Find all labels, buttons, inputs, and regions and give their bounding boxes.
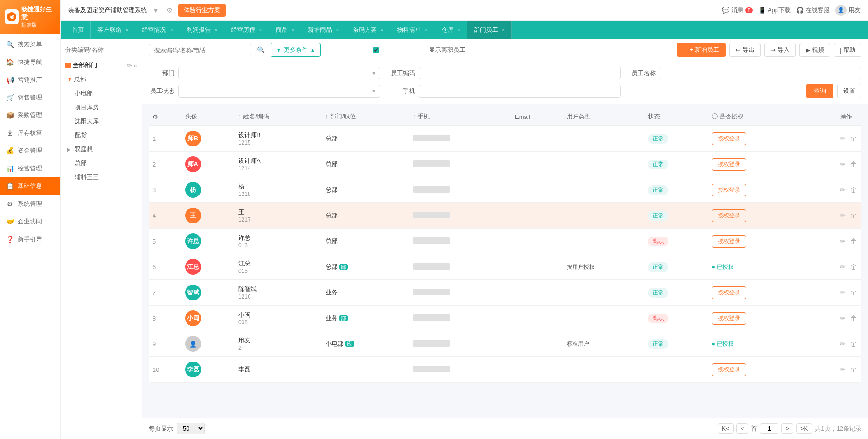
edit-icon[interactable]: ✏ [840,135,846,142]
last-page-btn[interactable]: >K [796,423,812,434]
col-dept[interactable]: ↕ 部门/职位 [322,108,409,126]
message-btn[interactable]: 💬 消息 5 [722,6,753,14]
col-settings[interactable]: ⚙ [149,108,181,126]
close-bom-tab[interactable]: × [425,27,428,33]
phone-filter-input[interactable] [419,85,621,98]
close-profit-tab[interactable]: × [215,27,217,33]
close-goods-tab[interactable]: × [292,27,294,33]
close-dept-tab[interactable]: × [502,27,505,33]
search-btn[interactable]: 🔍 [255,46,267,54]
tab-history[interactable]: 经营历程× [224,21,269,39]
sidebar-item-basic[interactable]: 📋 基础信息 [0,177,60,195]
edit-icon[interactable]: ✏ [840,186,846,194]
delete-icon[interactable]: 🗑 [850,212,857,219]
col-name[interactable]: ↕ 姓名/编码 [235,108,322,126]
sidebar-item-guide[interactable]: ❓ 新手引导 [0,230,60,248]
auth-btn[interactable]: 授权登录 [712,132,746,145]
tab-department[interactable]: 部门员工× [467,21,512,39]
edit-icon[interactable]: ✏ [840,237,846,245]
query-btn[interactable]: 查询 [806,84,833,98]
empcode-filter-input[interactable] [419,67,621,79]
first-page-btn[interactable]: K< [718,423,734,434]
edit-icon[interactable]: ✏ [840,314,846,322]
dept-item-zongbu[interactable]: ▼ 总部 [61,72,142,86]
sidebar-item-operation[interactable]: 📊 经营管理 [0,160,60,177]
sidebar-item-inventory[interactable]: 🗄 库存核算 [0,124,60,142]
delete-icon[interactable]: 🗑 [850,186,857,194]
set-btn[interactable]: 设置 [837,84,861,98]
dept-item-project[interactable]: 项目库房 [61,100,142,114]
dept-edit-btn[interactable]: ✏ [127,62,132,69]
page-size-select[interactable]: 50 100 [177,423,205,434]
close-warehouse-tab[interactable]: × [458,27,460,33]
auth-btn[interactable]: 授权登录 [712,363,746,376]
tab-profit[interactable]: 利润报告× [180,21,224,39]
edit-icon[interactable]: ✏ [840,340,846,348]
more-conditions-btn[interactable]: ▼ 更多条件 ▲ [271,43,321,57]
import-btn[interactable]: ↪ 导入 [764,43,796,57]
delete-icon[interactable]: 🗑 [850,289,857,296]
tab-bom[interactable]: 物料清单× [390,21,435,39]
next-page-btn[interactable]: > [781,423,793,434]
show-resigned-checkbox[interactable] [325,47,427,53]
dept-item-peihuo[interactable]: 配货 [61,128,142,142]
edit-icon[interactable]: ✏ [840,366,846,373]
auth-btn[interactable]: 授权登录 [712,235,746,248]
dept-item-xiaodian[interactable]: 小电部 [61,86,142,100]
dept-item-shuangting[interactable]: ▶ 双庭想 [61,142,142,156]
help-btn[interactable]: | 帮助 [834,43,861,57]
tab-customer[interactable]: 客户联络× [91,21,135,39]
sidebar-item-marketing[interactable]: 📢 营销推广 [0,71,60,89]
close-add-goods-tab[interactable]: × [336,27,339,33]
sidebar-item-shortcut[interactable]: 🏠 快捷导航 [0,53,60,71]
close-customer-tab[interactable]: × [125,27,128,33]
dept-item-zongbu2[interactable]: 总部 [61,156,142,170]
sidebar-item-system[interactable]: ⚙ 系统管理 [0,195,60,213]
dept-item-fuzhi[interactable]: 辅料王三 [61,170,142,184]
tab-home[interactable]: 首页 [65,21,91,39]
delete-icon[interactable]: 🗑 [850,263,857,271]
delete-icon[interactable]: 🗑 [850,340,857,348]
prev-page-btn[interactable]: < [736,423,749,434]
close-operation-tab[interactable]: × [170,27,173,33]
close-history-tab[interactable]: × [259,27,262,33]
auth-btn[interactable]: 授权登录 [712,209,746,222]
tab-goods[interactable]: 商品× [269,21,301,39]
delete-icon[interactable]: 🗑 [850,160,857,168]
tab-barcode[interactable]: 条码方案× [346,21,390,39]
auth-btn[interactable]: 授权登录 [712,158,746,171]
online-service-btn[interactable]: 🎧 在线客服 [796,6,830,14]
dept-filter-select[interactable] [178,67,380,79]
dept-item-shenyang[interactable]: 沈阳大库 [61,114,142,128]
tab-add-goods[interactable]: 新增商品× [301,21,346,39]
empname-filter-input[interactable] [660,67,861,79]
sidebar-item-collab[interactable]: 🤝 企业协同 [0,213,60,230]
tab-operation[interactable]: 经营情况× [135,21,180,39]
empstatus-filter-select[interactable] [178,85,380,98]
auth-btn[interactable]: 授权登录 [712,184,746,196]
app-download-btn[interactable]: 📱 App下载 [758,6,791,14]
search-input[interactable] [149,44,251,56]
auth-btn[interactable]: 授权登录 [712,312,746,325]
sidebar-item-capital[interactable]: 💰 资金管理 [0,142,60,160]
system-dropdown-btn[interactable]: ▼ [151,7,161,14]
auth-btn[interactable]: 授权登录 [712,286,746,299]
page-input[interactable] [760,423,778,434]
edit-icon[interactable]: ✏ [840,160,846,168]
settings-btn[interactable]: ⚙ [165,7,174,14]
dept-search-input[interactable] [65,46,142,53]
delete-icon[interactable]: 🗑 [850,237,857,245]
sidebar-item-purchase[interactable]: 📦 采购管理 [0,106,60,124]
delete-icon[interactable]: 🗑 [850,135,857,142]
edit-icon[interactable]: ✏ [840,263,846,271]
sidebar-item-sales[interactable]: 🛒 销售管理 [0,89,60,106]
tab-warehouse[interactable]: 仓库× [435,21,467,39]
export-btn[interactable]: ↩ 导出 [729,43,761,57]
dept-collapse-btn[interactable]: « [134,62,137,69]
close-barcode-tab[interactable]: × [381,27,383,33]
col-phone[interactable]: ↕ 手机 [409,108,511,126]
sidebar-item-search[interactable]: 🔍 搜索菜单 [0,35,60,53]
delete-icon[interactable]: 🗑 [850,314,857,322]
delete-icon[interactable]: 🗑 [850,366,857,373]
trial-btn[interactable]: 体验行业方案 [178,4,226,17]
